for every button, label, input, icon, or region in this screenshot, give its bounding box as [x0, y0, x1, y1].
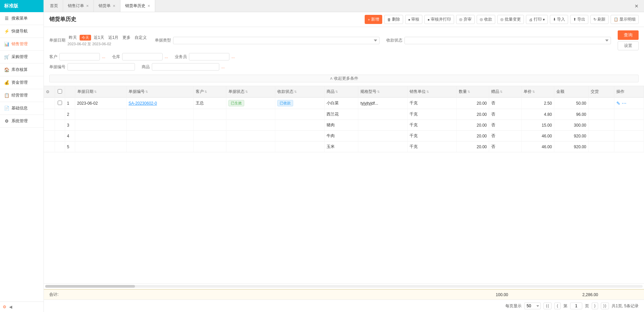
column-settings-icon[interactable]: ⚙: [46, 89, 50, 94]
date-month-btn[interactable]: 近1月: [107, 34, 120, 41]
page-input[interactable]: [570, 303, 582, 309]
date-today-btn[interactable]: 今天: [80, 35, 91, 41]
cell-doc-date: 2023-06-02: [75, 98, 127, 109]
batch-change-button[interactable]: ◎ 批量变更: [497, 15, 524, 24]
set-button[interactable]: 设置: [618, 41, 639, 50]
page-last-btn[interactable]: ⟩⟩: [601, 303, 609, 309]
sidebar-item-finance[interactable]: 💰 资金管理: [0, 76, 44, 89]
tab-home-label: 首页: [50, 3, 58, 9]
query-button[interactable]: 查询: [618, 30, 639, 40]
sidebar-collapse-icon[interactable]: ◀: [9, 305, 12, 309]
sort-price-icon[interactable]: ⇅: [532, 90, 535, 94]
tab-sales-order-close[interactable]: ✕: [86, 4, 89, 8]
sidebar-item-sales-mgmt[interactable]: 📊 销售管理: [0, 38, 44, 51]
row-more-btn[interactable]: ⋯: [622, 101, 626, 106]
page-next-btn[interactable]: ⟩: [592, 303, 598, 309]
tab-sales-goods[interactable]: 销货单 ✕: [94, 0, 120, 12]
cell-customer: [194, 131, 226, 141]
pagination-bar: 每页显示 50 20 100 ⟨⟨ ⟨ 第 页 ⟩ ⟩⟩ 共1页, 5条记录: [44, 300, 644, 312]
sidebar-item-quick-nav[interactable]: ⚡ 快捷导航: [0, 25, 44, 38]
salesperson-input[interactable]: [189, 53, 229, 60]
sort-unit-icon[interactable]: ⇅: [426, 90, 429, 94]
sidebar-item-sys-mgmt[interactable]: ⚙ 系统管理: [0, 115, 44, 128]
page-size-select[interactable]: 50 20 100: [524, 303, 541, 309]
date-more-btn[interactable]: 更多: [121, 34, 132, 41]
sidebar-item-purchase-mgmt[interactable]: 🛒 采购管理: [0, 51, 44, 63]
sort-doc-no-icon[interactable]: ⇅: [145, 90, 148, 94]
audit-button[interactable]: ● 审核: [405, 15, 423, 24]
window-close-btn[interactable]: ✕: [631, 3, 643, 9]
doc-no-link[interactable]: SA-20230602-0: [129, 101, 157, 106]
date-label: 单据日期: [49, 37, 65, 43]
customer-input[interactable]: [59, 53, 100, 60]
toolbar: + 新增 🗑 删除 ● 审核 ● 审核并打印 ◎ 弃审 ◎ 收款: [365, 15, 639, 24]
goods-picker-btn[interactable]: ...: [221, 64, 225, 69]
sidebar-item-basic-info[interactable]: 📄 基础信息: [0, 102, 44, 115]
cell-doc-status: [226, 109, 275, 120]
col-checkbox: [55, 86, 65, 98]
abandon-button[interactable]: ◎ 弃审: [456, 15, 475, 24]
purchase-mgmt-icon: 🛒: [4, 54, 9, 60]
export-button[interactable]: ⬆ 导出: [570, 15, 588, 24]
date-custom-btn[interactable]: 自定义: [133, 34, 148, 41]
sidebar-item-search-menu[interactable]: ☰ 搜索菜单: [0, 12, 44, 25]
goods-input[interactable]: [152, 63, 219, 71]
page-prev-btn[interactable]: ⟨: [554, 303, 561, 309]
col-unit: 销售单位⇅: [408, 86, 457, 98]
cell-doc-no: [127, 141, 194, 152]
cell-doc-date: [75, 131, 127, 141]
sort-goods-icon[interactable]: ⇅: [335, 90, 338, 94]
cell-gear: [44, 109, 55, 120]
table-container[interactable]: ⚙ 单据日期⇅ 单据编号⇅ 客户⇅: [44, 86, 644, 283]
doc-no-input[interactable]: [67, 63, 135, 71]
tab-sales-goods-close[interactable]: ✕: [113, 4, 115, 8]
payment-status-select[interactable]: [404, 37, 611, 44]
sort-qty-icon[interactable]: ⇅: [468, 90, 470, 94]
cell-spec: [358, 109, 408, 120]
tab-sales-history[interactable]: 销货单历史 ✕: [120, 0, 155, 12]
cell-goods: 小白菜: [324, 98, 358, 109]
cell-transaction: [588, 141, 614, 152]
date-week-btn[interactable]: 近1天: [92, 34, 106, 41]
sort-spec-icon[interactable]: ⇅: [377, 90, 380, 94]
add-button[interactable]: + 新增: [365, 15, 382, 24]
sort-doc-date-icon[interactable]: ⇅: [94, 90, 97, 94]
page-first-btn[interactable]: ⟨⟨: [543, 303, 552, 309]
sidebar-settings-icon[interactable]: ⚙: [3, 305, 6, 309]
sort-gift-icon[interactable]: ⇅: [500, 90, 503, 94]
tab-sales-order[interactable]: 销售订单 ✕: [63, 0, 94, 12]
collect-button[interactable]: ◎ 收款: [477, 15, 495, 24]
tab-sales-order-label: 销售订单: [68, 3, 84, 9]
show-detail-button[interactable]: 📋 显示明细: [611, 15, 639, 24]
cell-unit: 千克: [408, 141, 457, 152]
sort-payment-status-icon[interactable]: ⇅: [294, 90, 297, 94]
collapse-button[interactable]: ∧ 收起更多条件: [49, 75, 639, 82]
tab-home[interactable]: 首页: [45, 0, 63, 12]
import-button[interactable]: ⬇ 导入: [550, 15, 568, 24]
warehouse-picker-btn[interactable]: ...: [165, 54, 168, 59]
customer-picker-btn[interactable]: ...: [102, 54, 105, 59]
cell-transaction: [588, 120, 614, 131]
select-all-checkbox[interactable]: [58, 89, 62, 94]
salesperson-picker-btn[interactable]: ...: [231, 54, 235, 59]
row-edit-btn[interactable]: ✎: [616, 101, 620, 106]
warehouse-input[interactable]: [122, 53, 163, 60]
date-yesterday-btn[interactable]: 昨天: [67, 34, 78, 41]
sort-doc-status-icon[interactable]: ⇅: [245, 90, 248, 94]
tab-sales-history-close[interactable]: ✕: [147, 4, 150, 8]
sidebar-item-inventory[interactable]: 🏠 库存核算: [0, 63, 44, 76]
audit-print-button[interactable]: ● 审核并打印: [424, 15, 454, 24]
delete-button[interactable]: 🗑 删除: [384, 15, 403, 24]
refresh-button[interactable]: ↻ 刷新: [590, 15, 609, 24]
doc-type-select[interactable]: [173, 37, 380, 44]
cell-row-no: 4: [65, 131, 75, 141]
cell-gear: [44, 98, 55, 109]
row-checkbox[interactable]: [58, 101, 62, 105]
sort-customer-icon[interactable]: ⇅: [204, 90, 207, 94]
cell-gear: [44, 120, 55, 131]
print-button[interactable]: 🖨 打印 ▾: [526, 15, 548, 24]
sidebar-item-operations[interactable]: 📋 经营管理: [0, 89, 44, 102]
sidebar-bottom: ⚙ ◀: [0, 302, 44, 312]
horizontal-scrollbar[interactable]: [44, 283, 644, 289]
cell-gift: 否: [489, 131, 522, 141]
